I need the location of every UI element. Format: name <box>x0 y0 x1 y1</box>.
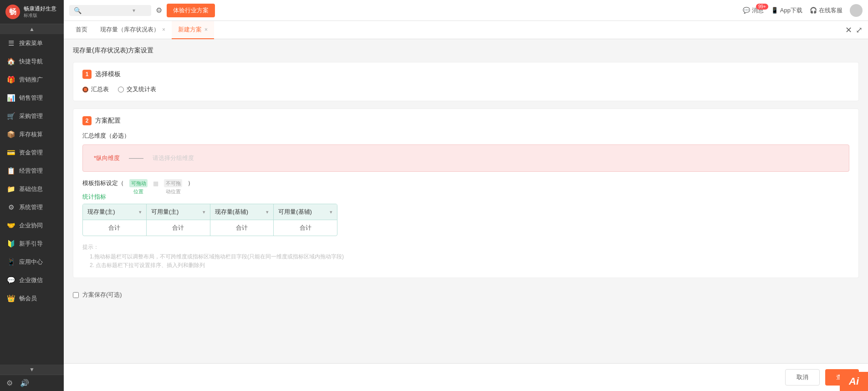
sidebar-item-operation[interactable]: 📋 经营管理 <box>0 162 64 180</box>
top-header: 🔍 ▾ ⚙ 体验行业方案 💬 消息 99+ 📱 App下载 🎧 在线客服 <box>64 0 868 21</box>
sidebar-scroll-up[interactable]: ▲ <box>0 24 64 34</box>
sidebar-item-label: 库存核算 <box>19 130 43 139</box>
sidebar-item-label: 基础信息 <box>19 185 43 193</box>
sidebar-item-shortcut[interactable]: 🏠 快捷导航 <box>0 52 64 71</box>
chevron-down-icon[interactable]: ▾ <box>133 7 135 14</box>
sidebar-item-label: 应用中心 <box>19 258 43 266</box>
service-button[interactable]: 🎧 在线客服 <box>810 6 842 15</box>
sidebar-item-newbie[interactable]: 🔰 新手引导 <box>0 235 64 253</box>
window-close-button[interactable]: ✕ <box>845 25 852 35</box>
save-checkbox[interactable] <box>73 292 79 298</box>
sidebar-item-app-center[interactable]: 📱 应用中心 <box>0 253 64 271</box>
sidebar-item-system[interactable]: ⚙ 系统管理 <box>0 198 64 216</box>
radio-summary[interactable]: 汇总表 <box>82 85 109 93</box>
ai-badge[interactable]: Ai <box>840 372 868 391</box>
settings-icon[interactable]: ⚙ <box>6 379 13 387</box>
stats-label: 统计指标 <box>82 193 849 201</box>
window-expand-button[interactable]: ⤢ <box>856 25 863 35</box>
main-area: 🔍 ▾ ⚙ 体验行业方案 💬 消息 99+ 📱 App下载 🎧 在线客服 <box>64 0 868 391</box>
section1-title: 选择模板 <box>95 70 121 78</box>
search-input[interactable] <box>84 7 130 14</box>
sidebar-item-purchase[interactable]: 🛒 采购管理 <box>0 107 64 125</box>
sidebar-item-label: 销售管理 <box>19 94 43 102</box>
tabs-bar: 首页 现存量（库存状况表） × 新建方案 × ✕ ⤢ <box>64 21 868 39</box>
sidebar-item-enterprise[interactable]: 🤝 企业协同 <box>0 216 64 235</box>
chevron-col-4[interactable]: ▾ <box>330 209 332 215</box>
phone-icon: 📱 <box>771 7 778 14</box>
speaker-icon[interactable]: 🔊 <box>20 379 29 387</box>
header-right: 💬 消息 99+ 📱 App下载 🎧 在线客服 <box>743 4 863 17</box>
page-title: 现存量(库存状况表)方案设置 <box>73 46 859 55</box>
save-option: 方案保存(可选) <box>73 285 859 304</box>
sidebar-item-label: 新手引导 <box>19 240 43 248</box>
indicator-close: ） <box>188 179 194 187</box>
sidebar-item-marketing[interactable]: 🎁 营销推广 <box>0 71 64 89</box>
tips-title: 提示： <box>82 243 849 251</box>
sidebar-item-label: 搜索菜单 <box>19 39 43 47</box>
sidebar-item-basic[interactable]: 📁 基础信息 <box>0 180 64 198</box>
stats-col-2-label: 可用量(主) <box>151 208 179 216</box>
tab-new-plan-close[interactable]: × <box>204 27 208 32</box>
chevron-col-3[interactable]: ▾ <box>266 209 269 215</box>
dimension-label: 汇总维度（必选） <box>82 132 849 140</box>
stats-cell-4: 合计 <box>274 220 337 236</box>
app-download-button[interactable]: 📱 App下载 <box>771 6 802 15</box>
section2-header: 2 方案配置 <box>82 116 849 125</box>
tab-new-plan-label: 新建方案 <box>178 26 202 34</box>
search-icon: 🔍 <box>74 7 82 14</box>
radio-cross[interactable]: 交叉统计表 <box>118 85 156 93</box>
chevron-col-2[interactable]: ▾ <box>203 209 205 215</box>
sidebar-item-label: 快捷导航 <box>19 57 43 66</box>
avatar[interactable] <box>850 4 863 17</box>
trial-button[interactable]: 体验行业方案 <box>167 4 215 17</box>
sidebar-item-label: 资金管理 <box>19 149 43 157</box>
sidebar-item-label: 采购管理 <box>19 112 43 120</box>
cart-icon: 🛒 <box>6 112 15 121</box>
headset-icon: 🎧 <box>810 7 817 14</box>
sidebar-item-label: 企业微信 <box>19 276 43 284</box>
section1-header: 1 选择模板 <box>82 70 849 79</box>
stats-col-3[interactable]: 现存量(基辅) ▾ <box>210 204 274 220</box>
stats-cell-2: 合计 <box>147 220 210 236</box>
clipboard-icon: 📋 <box>6 166 15 175</box>
cancel-button[interactable]: 取消 <box>785 369 820 386</box>
messages-button[interactable]: 💬 消息 99+ <box>743 6 764 15</box>
tab-inventory-close[interactable]: × <box>162 27 165 32</box>
gear-icon: ⚙ <box>6 203 15 212</box>
radio-summary-input[interactable] <box>82 87 88 93</box>
tabs-actions: ✕ ⤢ <box>845 25 863 35</box>
stats-col-4-label: 可用量(基辅) <box>278 208 312 216</box>
radio-cross-input[interactable] <box>118 87 124 93</box>
bottom-bar: 取消 查询 <box>64 363 868 391</box>
tab-home[interactable]: 首页 <box>69 21 94 39</box>
service-label: 在线客服 <box>819 6 842 15</box>
tips-section: 提示： 1.拖动标题栏可以调整布局，不可跨维度或指标区域拖动栏目字段(只能在同一… <box>82 243 849 269</box>
app-edition: 标准版 <box>24 12 56 19</box>
sidebar-item-inventory[interactable]: 📦 库存核算 <box>0 125 64 144</box>
dimension-pink-box[interactable]: *纵向维度 —— 请选择分组维度 <box>82 144 849 172</box>
sidebar-item-sales[interactable]: 📊 销售管理 <box>0 89 64 107</box>
stats-table-header: 现存量(主) ▾ 可用量(主) ▾ 现存量(基辅) ▾ 可用量(基辅) ▾ <box>83 204 337 220</box>
chevron-col-1[interactable]: ▾ <box>139 209 142 215</box>
tips-item-2: 2. 点击标题栏下拉可设置排序、插入列和删除列 <box>82 262 849 269</box>
stats-col-1[interactable]: 现存量(主) ▾ <box>83 204 147 220</box>
settings-gear-icon[interactable]: ⚙ <box>156 6 162 15</box>
tab-new-plan[interactable]: 新建方案 × <box>172 21 214 39</box>
box-icon: 📦 <box>6 130 15 139</box>
tab-inventory-status[interactable]: 现存量（库存状况表） × <box>94 21 172 39</box>
sidebar-item-finance[interactable]: 💳 资金管理 <box>0 144 64 162</box>
newbie-icon: 🔰 <box>6 239 15 248</box>
sidebar-item-search[interactable]: ☰ 搜索菜单 <box>0 34 64 52</box>
sidebar-menu: ☰ 搜索菜单 🏠 快捷导航 🎁 营销推广 📊 销售管理 🛒 采购管理 📦 库存核… <box>0 34 64 365</box>
search-box[interactable]: 🔍 ▾ <box>69 5 151 16</box>
handshake-icon: 🤝 <box>6 221 15 230</box>
sidebar-item-label: 企业协同 <box>19 221 43 230</box>
logo-text: 畅康通好生意 标准版 <box>24 5 56 19</box>
radio-summary-label: 汇总表 <box>91 85 109 93</box>
stats-col-4[interactable]: 可用量(基辅) ▾ <box>274 204 337 220</box>
sidebar-item-member[interactable]: 👑 畅会员 <box>0 289 64 308</box>
sidebar-scroll-down[interactable]: ▼ <box>0 365 64 375</box>
dimension-required: *纵向维度 <box>94 154 120 162</box>
stats-col-2[interactable]: 可用量(主) ▾ <box>147 204 210 220</box>
sidebar-item-wechat[interactable]: 💬 企业微信 <box>0 271 64 289</box>
